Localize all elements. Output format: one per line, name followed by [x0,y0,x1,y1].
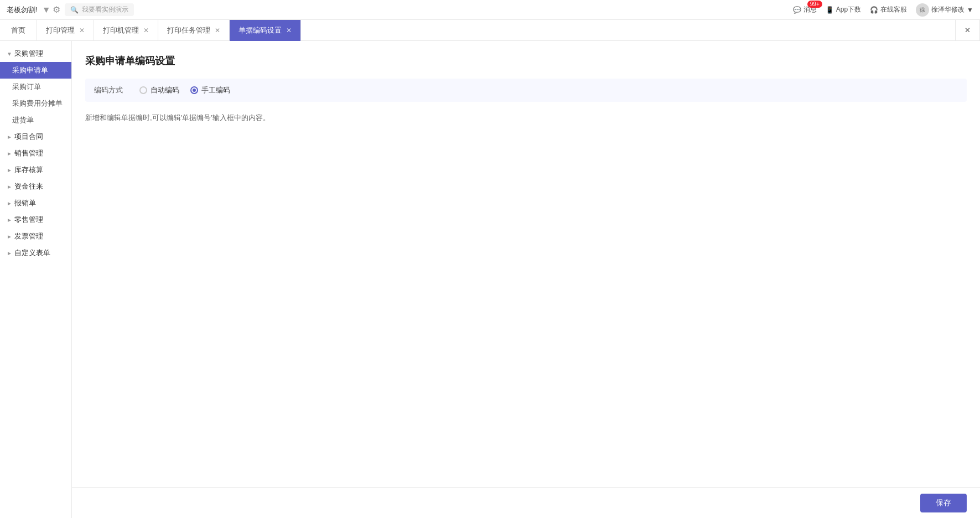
auto-code-circle [139,86,147,94]
custom-form-group-label: 自定义表单 [14,248,50,258]
sidebar: ▼ 采购管理 采购申请单 采购订单 采购费用分摊单 进货单 ► 项目合同 ► 销… [0,41,72,518]
sidebar-group-invoice[interactable]: ► 发票管理 [0,228,71,245]
invoice-group-arrow: ► [7,234,12,240]
sidebar-item-purchase-order[interactable]: 采购订单 [0,79,71,95]
sidebar-group-custom-form[interactable]: ► 自定义表单 [0,245,71,261]
app-download-button[interactable]: 📱 App下数 [826,5,861,14]
phone-icon: 📱 [826,6,834,14]
sidebar-item-purchase-expense[interactable]: 采购费用分摊单 [0,95,71,112]
tab-printer-mgmt[interactable]: 打印机管理 ✕ [94,20,158,41]
encoding-row: 编码方式 自动编码 手工编码 [85,79,967,102]
sidebar-item-stock-in[interactable]: 进货单 [0,112,71,128]
manual-code-label: 手工编码 [201,85,230,95]
main-layout: ▼ 采购管理 采购申请单 采购订单 采购费用分摊单 进货单 ► 项目合同 ► 销… [0,41,980,518]
sidebar-item-stock-in-label: 进货单 [12,116,34,124]
sidebar-group-project[interactable]: ► 项目合同 [0,128,71,145]
message-icon: 💬 [793,6,801,14]
sidebar-group-capital[interactable]: ► 资金往来 [0,178,71,195]
search-icon: 🔍 [70,6,79,14]
sidebar-item-purchase-expense-label: 采购费用分摊单 [12,99,63,107]
project-group-label: 项目合同 [14,132,43,142]
tab-printer-mgmt-close[interactable]: ✕ [143,27,149,34]
tab-print-mgmt-close[interactable]: ✕ [79,27,85,34]
radio-group: 自动编码 手工编码 [139,85,230,95]
headset-icon: 🎧 [870,6,878,14]
user-info[interactable]: 徐 徐泽华修改 ▼ [916,3,973,17]
manual-code-radio[interactable]: 手工编码 [190,85,230,95]
search-bar[interactable]: 🔍 我要看实例演示 [65,3,134,16]
tab-printer-mgmt-label: 打印机管理 [103,25,139,35]
custom-form-group-arrow: ► [7,250,12,256]
sidebar-group-purchase[interactable]: ▼ 采购管理 [0,45,71,62]
save-button[interactable]: 保存 [920,494,967,512]
returns-group-label: 报销单 [14,198,36,208]
tab-print-mgmt[interactable]: 打印管理 ✕ [37,20,94,41]
tab-bar: 首页 打印管理 ✕ 打印机管理 ✕ 打印任务管理 ✕ 单据编码设置 ✕ ✕ [0,20,980,41]
sales-group-label: 销售管理 [14,148,43,158]
dropdown-icon[interactable]: ▼ [42,5,51,15]
content-inner: 采购申请单编码设置 编码方式 自动编码 手工编码 新增和编辑单据编时, [72,41,980,487]
inventory-group-label: 库存核算 [14,165,43,175]
message-button[interactable]: 💬 消息 99+ [793,5,817,14]
sidebar-item-purchase-request-label: 采购申请单 [12,66,48,74]
avatar: 徐 [916,3,929,17]
capital-group-arrow: ► [7,184,12,190]
tab-home[interactable]: 首页 [0,20,37,41]
top-bar-icons: ▼ ⚙ [42,4,61,15]
sidebar-group-returns[interactable]: ► 报销单 [0,195,71,211]
online-service-label: 在线客服 [880,5,907,14]
sidebar-group-sales[interactable]: ► 销售管理 [0,145,71,162]
retail-group-label: 零售管理 [14,215,43,225]
tab-print-mgmt-label: 打印管理 [46,25,75,35]
tab-home-label: 首页 [11,25,25,35]
sidebar-group-inventory[interactable]: ► 库存核算 [0,162,71,178]
tab-single-code-setting-label: 单据编码设置 [238,25,282,35]
tab-print-task-mgmt[interactable]: 打印任务管理 ✕ [158,20,230,41]
content-area: 采购申请单编码设置 编码方式 自动编码 手工编码 新增和编辑单据编时, [72,41,980,518]
capital-group-label: 资金往来 [14,182,43,191]
tab-close-all[interactable]: ✕ [955,20,980,41]
tab-single-code-setting[interactable]: 单据编码设置 ✕ [230,20,301,41]
user-dropdown-icon: ▼ [967,6,973,14]
top-bar: 老板勿割! ▼ ⚙ 🔍 我要看实例演示 💬 消息 99+ 📱 App下数 🎧 在… [0,0,980,20]
tab-single-code-setting-close[interactable]: ✕ [286,27,292,34]
auto-code-radio[interactable]: 自动编码 [139,85,179,95]
hint-content: 新增和编辑单据编时,可以编辑'单据编号'输入框中的内容。 [85,113,270,122]
content-footer: 保存 [72,487,980,518]
close-all-icon: ✕ [965,26,971,34]
page-title: 采购申请单编码设置 [85,54,967,68]
user-name: 徐泽华修改 [931,5,965,14]
logo: 老板勿割! [7,5,38,15]
encoding-label: 编码方式 [94,85,123,95]
purchase-group-label: 采购管理 [14,49,43,59]
auto-code-label: 自动编码 [151,85,179,95]
invoice-group-label: 发票管理 [14,231,43,241]
inventory-group-arrow: ► [7,167,12,173]
project-group-arrow: ► [7,134,12,140]
settings-icon[interactable]: ⚙ [53,4,60,15]
manual-code-circle [190,86,198,94]
tab-print-task-mgmt-close[interactable]: ✕ [215,27,220,34]
top-bar-right: 💬 消息 99+ 📱 App下数 🎧 在线客服 徐 徐泽华修改 ▼ [793,3,973,17]
top-bar-left: 老板勿割! ▼ ⚙ 🔍 我要看实例演示 [7,3,134,16]
sidebar-item-purchase-request[interactable]: 采购申请单 [0,62,71,79]
retail-group-arrow: ► [7,217,12,223]
app-download-label: App下数 [836,5,861,14]
message-badge: 99+ [807,1,822,8]
tab-print-task-mgmt-label: 打印任务管理 [167,25,210,35]
purchase-group-arrow: ▼ [7,51,12,57]
sales-group-arrow: ► [7,151,12,157]
online-service-button[interactable]: 🎧 在线客服 [870,5,907,14]
hint-text: 新增和编辑单据编时,可以编辑'单据编号'输入框中的内容。 [85,113,967,123]
sidebar-item-purchase-order-label: 采购订单 [12,82,41,91]
returns-group-arrow: ► [7,200,12,206]
search-text: 我要看实例演示 [82,5,128,14]
sidebar-group-retail[interactable]: ► 零售管理 [0,211,71,228]
